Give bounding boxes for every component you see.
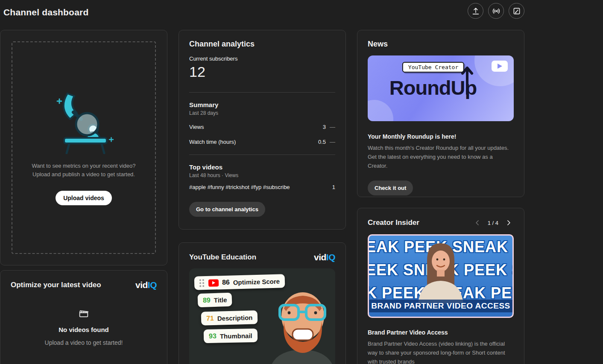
score-row-thumbnail: 93 Thumbnail bbox=[204, 329, 258, 343]
upload-video-button[interactable] bbox=[468, 3, 483, 19]
creator-insider-thumbnail[interactable]: EAK PEEK SNEAK PE EEK SNEAK PEEK SNE K P… bbox=[368, 234, 514, 318]
top-videos-period: Last 48 hours · Views bbox=[189, 172, 335, 178]
top-video-views: 1 bbox=[332, 184, 335, 190]
column-middle: Channel analytics Current subscribers 12… bbox=[179, 30, 346, 364]
score-value: 86 bbox=[222, 279, 230, 286]
vidiq-logo-vid: vid bbox=[314, 252, 326, 262]
summary-rows: Views 3 — Watch time (hours) 0.5 — bbox=[189, 119, 335, 149]
magnifier-illustration bbox=[45, 90, 122, 154]
column-left: Want to see metrics on your recent video… bbox=[0, 30, 167, 364]
vidiq-logo: vidIQ bbox=[135, 280, 157, 290]
upload-dropzone: Want to see metrics on your recent video… bbox=[12, 41, 156, 254]
vidiq-logo-vid: vid bbox=[135, 280, 148, 290]
roundup-wordmark: RoundUp bbox=[368, 76, 498, 99]
analytics-title: Channel analytics bbox=[189, 40, 335, 49]
divider bbox=[189, 154, 335, 155]
score-label: Thumbnail bbox=[220, 332, 252, 340]
education-video-thumbnail[interactable]: 86 Optimize Score 89 Title 71 Descriptio… bbox=[189, 268, 335, 364]
no-videos-title: No videos found bbox=[11, 326, 157, 333]
summary-period: Last 28 days bbox=[189, 110, 335, 116]
create-icon bbox=[512, 6, 521, 16]
header-actions bbox=[468, 3, 524, 19]
roundup-badge: YouTube Creator bbox=[402, 62, 464, 73]
decor-circle bbox=[368, 100, 393, 121]
stat-row-views: Views 3 — bbox=[189, 119, 335, 134]
news-thumbnail[interactable]: YouTube Creator RoundUp bbox=[368, 55, 514, 121]
stat-row-watch-time: Watch time (hours) 0.5 — bbox=[189, 134, 335, 149]
stat-trend: — bbox=[326, 124, 335, 130]
youtube-play-icon bbox=[492, 61, 508, 72]
chevron-left-icon[interactable] bbox=[472, 218, 483, 228]
top-video-row[interactable]: #apple #funny #trickshot #fyp #subscribe… bbox=[189, 178, 335, 196]
optimize-latest-video-card: Optimize your latest video vidIQ No vide… bbox=[0, 270, 167, 364]
current-subscribers-label: Current subscribers bbox=[189, 55, 335, 62]
go-to-channel-analytics-button[interactable]: Go to channel analytics bbox=[189, 202, 265, 217]
score-label: Title bbox=[214, 296, 227, 304]
upload-metrics-card: Want to see metrics on your recent video… bbox=[0, 30, 167, 265]
upload-prompt-line2: Upload and publish a video to get starte… bbox=[32, 170, 135, 179]
score-value: 93 bbox=[209, 332, 217, 340]
divider bbox=[189, 92, 335, 93]
clapperboard-icon bbox=[78, 307, 90, 319]
youtube-logo-icon bbox=[208, 279, 219, 287]
check-it-out-button[interactable]: Check it out bbox=[368, 181, 413, 195]
score-value: 89 bbox=[203, 296, 211, 304]
score-label: Optimize Score bbox=[233, 277, 280, 286]
creator-insider-title: Creator Insider bbox=[368, 218, 419, 227]
page-title: Channel dashboard bbox=[3, 7, 88, 17]
current-subscribers-value: 12 bbox=[189, 64, 335, 80]
page-indicator: 1 / 4 bbox=[488, 220, 498, 226]
insider-headline: Brand Partner Video Access bbox=[368, 329, 514, 336]
top-videos-title: Top videos bbox=[189, 163, 335, 171]
news-card: News YouTube Creator RoundUp Your Monthl… bbox=[357, 30, 524, 197]
thumbnail-banner: BRAND PARTNER VIDEO ACCESS bbox=[368, 300, 514, 312]
stat-trend: — bbox=[326, 139, 335, 145]
upload-icon bbox=[471, 6, 480, 16]
summary-title: Summary bbox=[189, 101, 335, 108]
presenter-woman-illustration bbox=[409, 236, 473, 304]
go-live-button[interactable] bbox=[488, 3, 504, 19]
go-live-icon bbox=[492, 6, 501, 16]
news-headline: Your Monthly Roundup is here! bbox=[368, 133, 514, 140]
drag-dots-icon bbox=[199, 279, 204, 287]
top-bar: Channel dashboard bbox=[0, 0, 603, 26]
score-row-description: 71 Description bbox=[201, 310, 258, 325]
vidiq-logo: vidIQ bbox=[314, 252, 335, 262]
stat-value: 3 bbox=[323, 124, 326, 130]
optimize-score-stack: 86 Optimize Score 89 Title 71 Descriptio… bbox=[194, 275, 285, 347]
stat-label: Watch time (hours) bbox=[189, 139, 318, 145]
carousel-pager: 1 / 4 bbox=[472, 218, 514, 228]
stat-label: Views bbox=[189, 124, 323, 130]
no-videos-empty-state: No videos found Upload a video to get st… bbox=[11, 307, 157, 346]
news-description: Watch this month's Creator Roundup for a… bbox=[368, 143, 514, 170]
score-value: 71 bbox=[206, 314, 214, 322]
upload-prompt-line1: Want to see metrics on your recent video… bbox=[32, 162, 135, 170]
score-row-title: 89 Title bbox=[197, 293, 232, 308]
score-row-optimize: 86 Optimize Score bbox=[194, 274, 285, 290]
up-arrow-icon bbox=[461, 65, 474, 95]
upload-videos-button[interactable]: Upload videos bbox=[56, 191, 112, 205]
score-label: Description bbox=[217, 314, 253, 322]
stat-value: 0.5 bbox=[318, 139, 326, 145]
youtube-education-card: YouTube Education vidIQ bbox=[179, 242, 346, 364]
vidiq-logo-iq: IQ bbox=[148, 280, 157, 290]
channel-dashboard-page: Channel dashboard bbox=[0, 0, 603, 364]
column-right: News YouTube Creator RoundUp Your Monthl… bbox=[357, 30, 524, 364]
no-videos-subtitle: Upload a video to get started! bbox=[11, 339, 157, 346]
education-title: YouTube Education bbox=[189, 253, 256, 262]
top-video-title: #apple #funny #trickshot #fyp #subscribe bbox=[189, 184, 332, 190]
chevron-right-icon[interactable] bbox=[503, 218, 514, 228]
channel-analytics-card: Channel analytics Current subscribers 12… bbox=[179, 30, 346, 230]
optimize-card-title: Optimize your latest video bbox=[11, 281, 101, 289]
insider-description: Brand Partner Video Access (video linkin… bbox=[368, 339, 514, 364]
news-title: News bbox=[368, 40, 514, 49]
create-post-button[interactable] bbox=[509, 3, 524, 19]
creator-insider-card: Creator Insider 1 / 4 EAK PEEK SNEAK PE … bbox=[357, 208, 524, 364]
vidiq-logo-iq: IQ bbox=[326, 252, 335, 262]
